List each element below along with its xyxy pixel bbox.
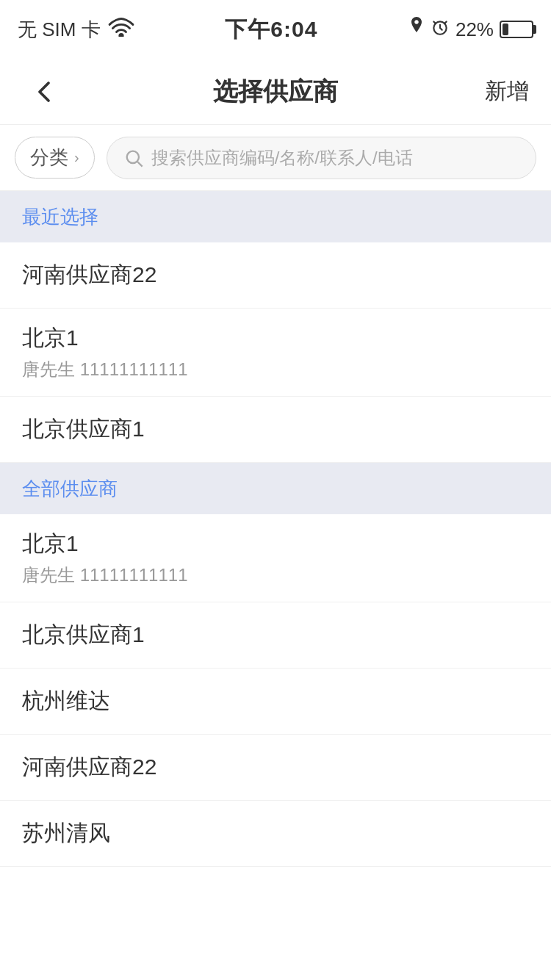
search-placeholder: 搜索供应商编码/名称/联系人/电话 — [151, 146, 413, 170]
item-name: 河南供应商22 — [22, 752, 529, 782]
status-right: 22% — [408, 17, 533, 43]
list-item[interactable]: 河南供应商22 — [0, 242, 551, 309]
search-icon — [123, 148, 144, 168]
item-sub: 唐先生 11111111111 — [22, 563, 529, 587]
svg-line-3 — [137, 162, 142, 166]
status-bar: 无 SIM 卡 下午6:04 22% — [0, 0, 551, 59]
nav-bar: 选择供应商 新增 — [0, 59, 551, 125]
list-item[interactable]: 苏州清风 — [0, 801, 551, 867]
filter-bar: 分类 › 搜索供应商编码/名称/联系人/电话 — [0, 125, 551, 191]
wifi-icon — [108, 18, 134, 42]
all-section-label: 全部供应商 — [22, 476, 118, 502]
chevron-right-icon: › — [74, 149, 79, 166]
list-item[interactable]: 北京供应商1 — [0, 602, 551, 669]
location-icon — [408, 17, 425, 43]
search-input-wrapper[interactable]: 搜索供应商编码/名称/联系人/电话 — [107, 137, 536, 179]
list-item[interactable]: 北京供应商1 — [0, 397, 551, 463]
list-item[interactable]: 河南供应商22 — [0, 735, 551, 801]
svg-point-0 — [120, 34, 123, 37]
battery-icon — [500, 21, 533, 38]
recent-list: 河南供应商22 北京1 唐先生 11111111111 北京供应商1 — [0, 242, 551, 463]
item-name: 河南供应商22 — [22, 260, 529, 290]
page-title: 选择供应商 — [213, 75, 338, 109]
add-button[interactable]: 新增 — [485, 76, 529, 107]
carrier-text: 无 SIM 卡 — [18, 17, 101, 43]
list-item[interactable]: 杭州维达 — [0, 669, 551, 735]
list-item[interactable]: 北京1 唐先生 11111111111 — [0, 514, 551, 602]
item-name: 北京1 — [22, 529, 529, 559]
item-name: 北京1 — [22, 323, 529, 353]
battery-percentage: 22% — [455, 18, 494, 41]
back-button[interactable] — [22, 70, 66, 114]
all-list: 北京1 唐先生 11111111111 北京供应商1 杭州维达 河南供应商22 … — [0, 514, 551, 867]
item-name: 杭州维达 — [22, 686, 529, 716]
category-button[interactable]: 分类 › — [15, 137, 95, 179]
recent-section-header: 最近选择 — [0, 191, 551, 242]
item-name: 北京供应商1 — [22, 414, 529, 444]
item-name: 北京供应商1 — [22, 620, 529, 650]
alarm-icon — [431, 18, 450, 42]
status-left: 无 SIM 卡 — [18, 17, 134, 43]
item-name: 苏州清风 — [22, 818, 529, 849]
item-sub: 唐先生 11111111111 — [22, 358, 529, 381]
list-item[interactable]: 北京1 唐先生 11111111111 — [0, 309, 551, 397]
all-section-header: 全部供应商 — [0, 463, 551, 514]
svg-point-2 — [126, 151, 138, 162]
category-label: 分类 — [30, 145, 68, 170]
status-time: 下午6:04 — [225, 15, 317, 45]
recent-section-label: 最近选择 — [22, 204, 98, 230]
